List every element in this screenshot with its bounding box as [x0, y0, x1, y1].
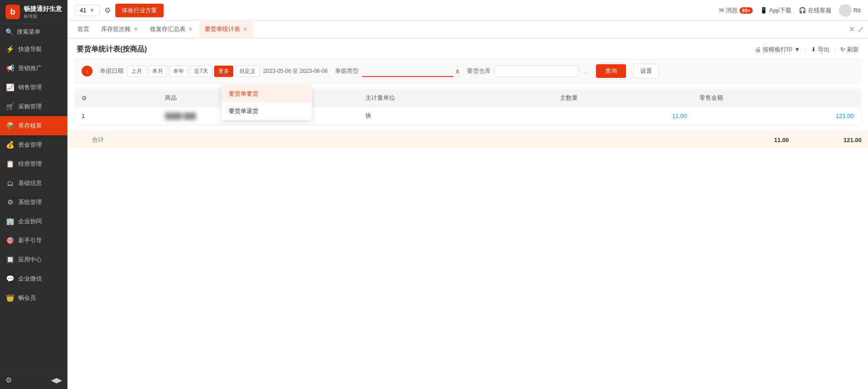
tab-close-inventory-batch[interactable]: ✕ [134, 26, 138, 32]
member-icon: 👑 [5, 294, 15, 302]
finance-icon: 💰 [5, 141, 15, 149]
refresh-button[interactable]: ↻ 刷新 [840, 46, 859, 54]
system-icon: ⚙ [5, 198, 15, 206]
sidebar-item-guide[interactable]: 🎯 新手引导 [0, 231, 67, 250]
date-btn-last-month[interactable]: 上月 [127, 66, 146, 77]
cell-quantity: 11.00 [554, 107, 693, 125]
messages-badge: 99+ [740, 7, 753, 14]
sidebar-item-system[interactable]: ⚙ 系统管理 [0, 193, 67, 212]
search-icon: 🔍 [5, 28, 13, 36]
app-logo-icon: b [5, 5, 20, 19]
tab-close-demand-stats[interactable]: ✕ [243, 26, 247, 32]
type-filter-label: 单据类型 [335, 67, 359, 75]
tab-restore-button[interactable]: ⤢ [858, 25, 863, 34]
settings-footer-icon[interactable]: ⚙ [5, 376, 12, 384]
page-actions: 🖨 按模板打印 ▼ | ⬇ 导出 | ↻ 刷新 [755, 46, 859, 54]
table-header-row: ⚙ 商品 主计量单位 主数量 零售金额 [75, 89, 860, 107]
marketing-icon: 📢 [5, 64, 15, 72]
tab-bar: 首页 库存批次账 ✕ 收发存汇总表 ✕ 要货单统计表 ✕ ✕ ⤢ [67, 21, 868, 38]
filter-bar: › 单据日期 上月 本月 本年 近7天 更多 自定义 2023-05-06 至 … [75, 59, 861, 83]
page-title: 要货单统计表(按商品) [77, 45, 147, 54]
collapse-sidebar-icon[interactable]: ◀▶ [51, 376, 62, 384]
dropdown-item-demand-order[interactable]: 要货单要货 [221, 85, 312, 102]
date-btn-this-month[interactable]: 本月 [148, 66, 167, 77]
page-content: 要货单统计表(按商品) 🖨 按模板打印 ▼ | ⬇ 导出 | ↻ 刷新 [67, 38, 868, 389]
sidebar-nav: ⚡ 快捷导航 📢 营销推广 📈 销售管理 🛒 采购管理 📦 库存核算 💰 资金管… [0, 40, 67, 371]
service-icon: 🎧 [799, 7, 806, 14]
page-header: 要货单统计表(按商品) 🖨 按模板打印 ▼ | ⬇ 导出 | ↻ 刷新 [67, 38, 868, 59]
main-area: 41 ▼ ⚙ 体验行业方案 ✉ 消息 99+ 📱 App下载 🎧 在线客服 R [67, 0, 868, 389]
table-footer: 合计 11.00 121.00 [67, 131, 868, 148]
date-range-display: 2023-05-06 至 2023-06-06 [263, 67, 328, 75]
message-icon: ✉ [719, 7, 724, 14]
type-filter-chevron[interactable]: ∧ [455, 67, 460, 75]
user-profile[interactable]: Rit [839, 4, 861, 17]
type-filter-group: 单据类型 ∧ [335, 66, 460, 77]
appstore-icon: 🔲 [5, 256, 15, 264]
quick-nav-icon: ⚡ [5, 45, 15, 53]
date-btn-more[interactable]: 更多 [214, 66, 233, 77]
filter-setting-button[interactable]: 设置 [633, 64, 659, 78]
sidebar-item-inventory[interactable]: 📦 库存核算 [0, 116, 67, 135]
date-btn-7days[interactable]: 近7天 [190, 66, 212, 77]
total-sale-amount: 121.00 [843, 137, 862, 143]
col-sale-amount: 零售金额 [693, 89, 860, 107]
sidebar-item-operation[interactable]: 📋 经营管理 [0, 154, 67, 174]
tab-close-recv-summary[interactable]: ✕ [188, 26, 193, 32]
print-template-button[interactable]: 🖨 按模板打印 ▼ [755, 46, 800, 54]
trial-button[interactable]: 体验行业方案 [115, 4, 164, 17]
sidebar-item-basic[interactable]: 🗂 基础信息 [0, 174, 67, 193]
table-row: 1 ████ ███ 块 11.00 121.00 [75, 107, 860, 125]
store-selector[interactable]: 41 ▼ [75, 5, 100, 16]
tab-demand-stats[interactable]: 要货单统计表 ✕ [199, 21, 253, 38]
table-settings-col[interactable]: ⚙ [75, 89, 159, 107]
sidebar-item-purchase[interactable]: 🛒 采购管理 [0, 97, 67, 116]
tab-home[interactable]: 首页 [72, 21, 95, 38]
inventory-icon: 📦 [5, 122, 15, 130]
store-dropdown-arrow: ▼ [89, 7, 95, 14]
tab-inventory-batch[interactable]: 库存批次账 ✕ [96, 21, 144, 38]
sidebar-item-appstore[interactable]: 🔲 应用中心 [0, 250, 67, 269]
tab-recv-summary[interactable]: 收发存汇总表 ✕ [144, 21, 198, 38]
sidebar-item-sales[interactable]: 📈 销售管理 [0, 78, 67, 97]
sidebar-search[interactable]: 🔍 搜索菜单 [0, 24, 67, 40]
online-service-item[interactable]: 🎧 在线客服 [799, 6, 832, 15]
export-icon: ⬇ [811, 46, 816, 53]
sidebar-item-member[interactable]: 👑 畅会员 [0, 288, 67, 307]
warehouse-filter-input[interactable] [494, 66, 579, 77]
dropdown-item-demand-return[interactable]: 要货单退货 [221, 102, 312, 120]
purchase-icon: 🛒 [5, 102, 15, 111]
cell-unit: 块 [359, 107, 553, 125]
date-btn-this-year[interactable]: 本年 [169, 66, 188, 77]
date-filter-group: 单据日期 上月 本月 本年 近7天 更多 自定义 2023-05-06 至 20… [100, 66, 328, 77]
sidebar-item-finance[interactable]: 💰 资金管理 [0, 135, 67, 154]
tab-close-all-button[interactable]: ✕ [849, 25, 855, 34]
sidebar-item-wechat[interactable]: 💬 企业微信 [0, 269, 67, 288]
date-buttons: 上月 本月 本年 近7天 更多 自定义 [127, 66, 260, 77]
export-button[interactable]: ⬇ 导出 [811, 46, 830, 54]
guide-icon: 🎯 [5, 236, 15, 245]
header-settings-icon[interactable]: ⚙ [104, 6, 111, 15]
header: 41 ▼ ⚙ 体验行业方案 ✉ 消息 99+ 📱 App下载 🎧 在线客服 R [67, 0, 868, 21]
app-download-item[interactable]: 📱 App下载 [760, 6, 791, 15]
cell-sale-amount: 121.00 [693, 107, 860, 125]
print-icon: 🖨 [755, 46, 761, 53]
warehouse-more-icon[interactable]: … [583, 68, 589, 75]
date-btn-custom[interactable]: 自定义 [235, 66, 260, 77]
type-filter-input[interactable] [362, 66, 453, 77]
total-quantity: 11.00 [774, 137, 789, 143]
messages-item[interactable]: ✉ 消息 99+ [719, 6, 753, 15]
query-button[interactable]: 查询 [596, 64, 626, 78]
expand-filter-button[interactable]: › [82, 66, 92, 77]
sales-icon: 📈 [5, 83, 15, 92]
sidebar-item-quick-nav[interactable]: ⚡ 快捷导航 [0, 40, 67, 59]
type-dropdown: 要货单要货 要货单退货 [221, 85, 312, 120]
sidebar-item-marketing[interactable]: 📢 营销推广 [0, 59, 67, 78]
sidebar-item-enterprise[interactable]: 🏢 企业协同 [0, 212, 67, 231]
print-dropdown-icon: ▼ [794, 46, 800, 53]
cell-index: 1 [75, 107, 159, 125]
warehouse-filter-group: 要货仓库 … [467, 66, 589, 77]
date-filter-label: 单据日期 [100, 67, 123, 75]
user-name: Rit [853, 7, 861, 14]
warehouse-filter-label: 要货仓库 [467, 67, 491, 75]
